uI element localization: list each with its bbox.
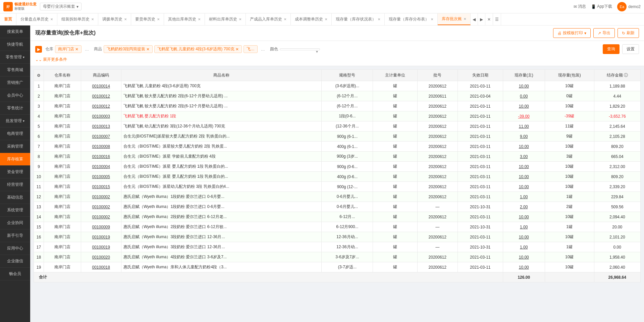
tab-close-qi-ta[interactable]: ✕ <box>198 17 201 21</box>
warehouse-more-btn[interactable]: … <box>83 46 91 52</box>
tab-close-fen-pan[interactable]: ✕ <box>50 17 53 21</box>
cell-qty-main[interactable]: 10.00 <box>503 162 545 172</box>
cell-qty-main[interactable]: 1.00 <box>503 242 545 252</box>
sidebar-item-basics[interactable]: 基础信息 <box>0 191 30 204</box>
cell-code[interactable]: 00100005 <box>81 172 121 182</box>
cell-qty-main[interactable]: 2.00 <box>503 202 545 212</box>
cell-qty-main[interactable]: 10.00 <box>503 212 545 222</box>
tab-zu-chai[interactable]: 组装拆卸单历史 ✕ <box>57 13 98 25</box>
tab-menu-btn[interactable]: ☰ <box>493 13 501 25</box>
cell-code[interactable]: 00100002 <box>81 212 121 222</box>
sidebar-item-finance[interactable]: 资金管理 <box>0 166 30 178</box>
tab-yao-huo[interactable]: 要货单历史 ✕ <box>131 13 164 25</box>
cell-code[interactable]: 00100013 <box>81 121 121 131</box>
cell-code[interactable]: 00100015 <box>81 182 121 192</box>
sidebar-item-operations[interactable]: 经营管理 <box>0 178 30 191</box>
sidebar-item-wholesale[interactable]: 批发管理 ▾ <box>0 115 30 127</box>
product-more-btn[interactable]: … <box>259 46 267 52</box>
cell-qty-main[interactable]: 3.00 <box>503 152 545 162</box>
tab-chan-pin[interactable]: 产成品入库单历史 ✕ <box>246 13 291 25</box>
product-filter-tag2[interactable]: 飞鹤星飞帆 儿童奶粉 4段(3-6岁适用) 700克 ✕ <box>154 45 242 53</box>
cell-code[interactable]: 00100002 <box>81 192 121 202</box>
cell-code[interactable]: 00100002 <box>81 202 121 212</box>
tab-close-xian-cun-zhuang-tai[interactable]: ✕ <box>378 17 380 21</box>
cell-qty-main[interactable]: 10.00 <box>503 81 545 91</box>
cell-code[interactable]: 00100014 <box>81 81 121 91</box>
warehouse-tag-close[interactable]: ✕ <box>75 47 78 52</box>
settings-btn[interactable]: 设置 <box>622 44 639 54</box>
sidebar-item-quick-nav[interactable]: 快捷导航 <box>0 38 30 51</box>
print-btn[interactable]: 🖨 按模板打印 ▾ <box>553 28 591 38</box>
cell-qty-main[interactable]: 10.00 <box>503 232 545 242</box>
cell-code[interactable]: 00100007 <box>81 131 121 142</box>
cell-qty-main[interactable]: -39.00 <box>503 111 545 121</box>
sidebar-item-purchase[interactable]: 采购管理 <box>0 140 30 153</box>
warehouse-selector[interactable]: 母婴行业演示账套 ▾ <box>40 3 82 10</box>
tab-xian-cun-fen-bu[interactable]: 现存量（库存分布表） ✕ <box>385 13 438 25</box>
sidebar-item-wechat[interactable]: 企业微信 <box>0 255 30 268</box>
tab-prev-btn[interactable]: ◀ <box>471 13 478 25</box>
cell-qty-main[interactable]: 9.00 <box>503 131 545 142</box>
cell-qty-main[interactable]: 10.00 <box>503 252 545 262</box>
tab-cheng-ben[interactable]: 成本调整单历史 ✕ <box>291 13 332 25</box>
app-download-btn[interactable]: 📱 App下载 <box>591 4 612 9</box>
sidebar-item-retail[interactable]: 零售管理 ▾ <box>0 51 30 64</box>
cell-code[interactable]: 00100003 <box>81 111 121 121</box>
warehouse-filter-tag[interactable]: 南岸门店 ✕ <box>55 45 82 53</box>
export-btn[interactable]: ↗ 导出 <box>593 28 615 38</box>
tab-close-cheng-ben[interactable]: ✕ <box>325 17 327 21</box>
product-tag2-close[interactable]: ✕ <box>235 47 239 52</box>
tab-fen-pan[interactable]: 分量盘点单历史 ✕ <box>16 13 57 25</box>
color-input[interactable]: ▾ <box>280 48 320 50</box>
tab-close-xian-cun-fen-bu[interactable]: ✕ <box>431 17 433 21</box>
product-tag1-close[interactable]: ✕ <box>146 47 150 52</box>
cell-code[interactable]: 00100019 <box>81 242 121 252</box>
tab-close-chan-pin[interactable]: ✕ <box>284 17 286 21</box>
cell-code[interactable]: 00100012 <box>81 91 121 101</box>
query-btn[interactable]: 查询 <box>603 44 620 54</box>
tab-next-btn[interactable]: ▶ <box>478 13 485 25</box>
tab-close-yao-huo[interactable]: ✕ <box>157 17 160 21</box>
sidebar-item-new-guide[interactable]: 新手引导 <box>0 229 30 242</box>
tab-tiao-bo[interactable]: 调拨单历史 ✕ <box>98 13 131 25</box>
tab-close-ku-cun-pi-ci[interactable]: ✕ <box>464 17 466 21</box>
sidebar-item-marketing[interactable]: 营销推广 <box>0 76 30 89</box>
cell-qty-main[interactable]: 10.00 <box>503 172 545 182</box>
sidebar-item-app-center[interactable]: 应用中心 <box>0 242 30 255</box>
tab-close-tiao-bo[interactable]: ✕ <box>124 17 127 21</box>
sidebar-item-retail-stats[interactable]: 零售统计 <box>0 102 30 115</box>
sidebar-item-enterprise[interactable]: 企业协同 <box>0 217 30 229</box>
sidebar-item-inventory[interactable]: 库存核算 <box>0 153 30 166</box>
cell-qty-main[interactable]: 0.00 <box>503 91 545 101</box>
product-filter-tag1[interactable]: 飞鹤奶粉3段丙筒提装 ✕ <box>104 45 153 53</box>
tab-ku-cun-pi-ci[interactable]: 库存批次账 ✕ <box>438 13 471 25</box>
tab-xian-cun-zhuang-tai[interactable]: 现存量（库存状况表） ✕ <box>332 13 385 25</box>
cell-code[interactable]: 00100012 <box>81 101 121 111</box>
cell-code[interactable]: 00100004 <box>81 162 121 172</box>
tab-close-zu-chai[interactable]: ✕ <box>91 17 94 21</box>
sidebar-item-retail-store[interactable]: 零售商城 <box>0 64 30 76</box>
cell-qty-main[interactable]: 1.00 <box>503 222 545 232</box>
expand-filter-btn[interactable]: ▶ <box>35 46 42 53</box>
sidebar-item-search[interactable]: 搜索英单 <box>0 25 30 38</box>
tab-close-cai-liao[interactable]: ✕ <box>239 17 241 21</box>
cell-code[interactable]: 00100018 <box>81 262 121 272</box>
cell-qty-main[interactable]: 10.00 <box>503 262 545 272</box>
product-filter-tag3[interactable]: 飞… <box>244 45 258 53</box>
cell-code[interactable]: 00100019 <box>81 232 121 242</box>
sidebar-item-members[interactable]: 会员中心 <box>0 89 30 102</box>
user-info[interactable]: Ea demo2 <box>617 2 641 11</box>
refresh-btn[interactable]: ↻ 刷新 <box>618 28 639 38</box>
cell-code[interactable]: 00100016 <box>81 152 121 162</box>
tab-cai-liao[interactable]: 材料出库单历史 ✕ <box>205 13 246 25</box>
cell-code[interactable]: 00100020 <box>81 252 121 262</box>
tab-qi-ta[interactable]: 其他出库单历史 ✕ <box>164 13 205 25</box>
sidebar-item-vip[interactable]: 畅会员 <box>0 268 30 280</box>
cell-qty-main[interactable]: 10.00 <box>503 101 545 111</box>
sidebar-item-system[interactable]: 系统管理 <box>0 204 30 217</box>
cell-code[interactable]: 00100009 <box>81 222 121 232</box>
expand-conditions-btn[interactable]: ⌄⌄ 展开更多条件 <box>35 57 639 62</box>
settings-icon[interactable]: ⚙ <box>37 73 41 78</box>
message-btn[interactable]: ✉ 消息 <box>574 4 586 9</box>
cell-qty-main[interactable]: 10.00 <box>503 182 545 192</box>
